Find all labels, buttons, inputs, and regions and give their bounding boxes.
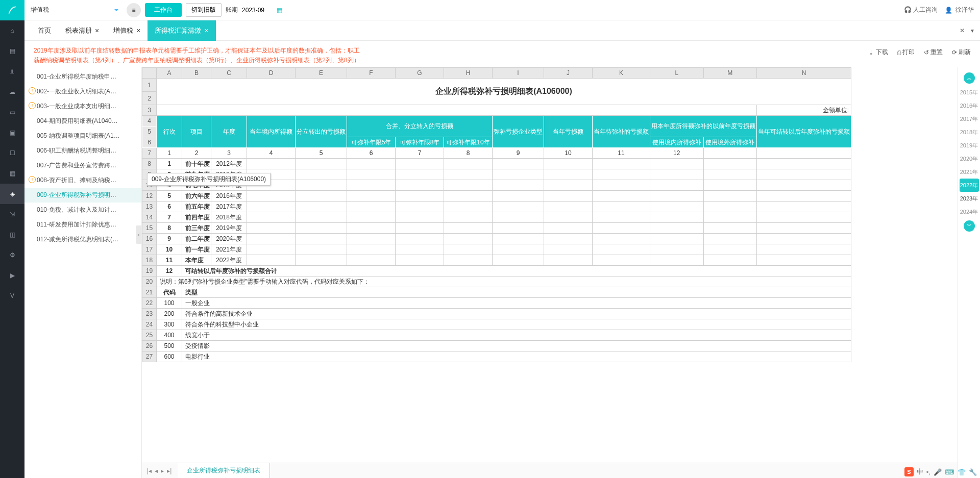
data-cell[interactable]	[493, 159, 544, 169]
data-cell[interactable]	[396, 223, 444, 234]
nav-chart-icon[interactable]: ⫫	[0, 61, 24, 82]
tabs-close-icon[interactable]: ✕	[960, 27, 965, 34]
data-cell[interactable]	[396, 191, 444, 202]
nav-home-icon[interactable]: ⌂	[0, 20, 24, 41]
data-cell[interactable]	[650, 223, 704, 234]
data-cell[interactable]	[757, 159, 851, 169]
data-cell[interactable]	[347, 159, 396, 169]
nav-grid-icon[interactable]: ▦	[0, 163, 24, 184]
data-cell[interactable]: 2020年度	[211, 234, 247, 244]
data-cell[interactable]: 2022年度	[211, 255, 247, 266]
tabs-more-icon[interactable]: ▾	[971, 27, 974, 34]
year-2020年[interactable]: 2020年	[960, 152, 979, 165]
col-header[interactable]: E	[296, 68, 347, 79]
data-cell[interactable]	[347, 202, 396, 212]
data-cell[interactable]	[247, 223, 296, 234]
reset-button[interactable]: ↺ 重置	[924, 48, 943, 57]
tab-增值税[interactable]: 增值税×	[106, 20, 148, 41]
user-menu[interactable]: 👤徐泽华	[945, 6, 974, 14]
data-cell[interactable]	[544, 212, 593, 223]
tab-首页[interactable]: 首页	[31, 20, 58, 41]
data-cell[interactable]	[703, 159, 757, 169]
ime-skin-icon[interactable]: 👕	[958, 468, 966, 476]
data-cell[interactable]	[247, 244, 296, 255]
col-header[interactable]: B	[182, 68, 211, 79]
tree-item[interactable]: 004-期间费用明细表(A1040…	[24, 114, 141, 129]
data-cell[interactable]	[544, 223, 593, 234]
data-cell[interactable]	[493, 169, 544, 180]
data-cell[interactable]	[493, 191, 544, 202]
consult-link[interactable]: 🎧 人工咨询	[904, 6, 938, 14]
col-header[interactable]: N	[757, 68, 851, 79]
data-cell[interactable]	[247, 212, 296, 223]
data-cell[interactable]	[493, 255, 544, 266]
tree-item[interactable]: 010-免税、减计收入及加计…	[24, 203, 141, 217]
tab-税表清册[interactable]: 税表清册×	[58, 20, 106, 41]
data-cell[interactable]	[544, 180, 593, 191]
data-cell[interactable]	[296, 234, 347, 244]
tree-item[interactable]: 001-企业所得税年度纳税申…	[24, 69, 141, 84]
nav-gear-icon[interactable]: ⚙	[0, 245, 24, 265]
data-cell[interactable]	[296, 202, 347, 212]
data-cell[interactable]	[444, 255, 493, 266]
nav-stamp-icon[interactable]: ☐	[0, 143, 24, 163]
data-cell[interactable]	[650, 212, 704, 223]
data-cell[interactable]	[757, 180, 851, 191]
ime-punct-icon[interactable]: •,	[926, 468, 930, 476]
data-cell[interactable]	[757, 255, 851, 266]
tree-item[interactable]: 011-研发费用加计扣除优惠…	[24, 217, 141, 232]
data-cell[interactable]	[650, 169, 704, 180]
data-cell[interactable]	[493, 212, 544, 223]
col-header[interactable]: H	[444, 68, 493, 79]
data-cell[interactable]	[296, 244, 347, 255]
data-cell[interactable]	[347, 255, 396, 266]
company-dropdown[interactable]: 增值税	[31, 3, 122, 17]
year-2023年[interactable]: 2023年	[960, 192, 979, 205]
data-cell[interactable]: 前二年度	[182, 234, 211, 244]
data-cell[interactable]	[703, 180, 757, 191]
col-header[interactable]: K	[593, 68, 650, 79]
col-header[interactable]: A	[157, 68, 182, 79]
data-cell[interactable]	[703, 191, 757, 202]
period-input[interactable]	[242, 7, 273, 14]
data-cell[interactable]: 前五年度	[182, 202, 211, 212]
download-button[interactable]: ⭳ 下载	[868, 48, 888, 57]
sheet-last-icon[interactable]: ▸|	[167, 467, 172, 474]
data-cell[interactable]	[757, 169, 851, 180]
data-cell[interactable]	[347, 234, 396, 244]
col-header[interactable]: F	[347, 68, 396, 79]
data-cell[interactable]: 可结转以后年度弥补的亏损额合计	[182, 266, 851, 276]
nav-form-icon[interactable]: ▭	[0, 102, 24, 122]
data-cell[interactable]	[757, 212, 851, 223]
data-cell[interactable]	[544, 255, 593, 266]
data-cell[interactable]	[544, 169, 593, 180]
col-header[interactable]: D	[247, 68, 296, 79]
year-2022年[interactable]: 2022年	[960, 179, 979, 192]
workspace-button[interactable]: 工作台	[145, 3, 182, 17]
data-cell[interactable]: 2019年度	[211, 223, 247, 234]
data-cell[interactable]	[493, 223, 544, 234]
data-cell[interactable]	[650, 180, 704, 191]
data-cell[interactable]: 2016年度	[211, 191, 247, 202]
data-cell[interactable]	[544, 202, 593, 212]
year-2021年[interactable]: 2021年	[960, 165, 979, 179]
data-cell[interactable]	[593, 212, 650, 223]
data-cell[interactable]	[444, 169, 493, 180]
data-cell[interactable]	[650, 234, 704, 244]
data-cell[interactable]	[593, 180, 650, 191]
data-cell[interactable]	[347, 212, 396, 223]
nav-doc-icon[interactable]: ▤	[0, 41, 24, 61]
data-cell[interactable]	[544, 159, 593, 169]
data-cell[interactable]	[396, 169, 444, 180]
tree-item[interactable]: 012-减免所得税优惠明细表(…	[24, 232, 141, 247]
data-cell[interactable]	[703, 255, 757, 266]
data-cell[interactable]	[703, 244, 757, 255]
data-cell[interactable]: 2017年度	[211, 202, 247, 212]
tab-close-icon[interactable]: ×	[95, 27, 99, 35]
col-header[interactable]: M	[703, 68, 757, 79]
data-cell[interactable]	[757, 234, 851, 244]
spreadsheet[interactable]: 009-企业所得税弥补亏损明细表(A106000) ABCDEFGHIJKLMN…	[142, 67, 958, 463]
nav-bag-icon[interactable]: ☁	[0, 82, 24, 102]
nav-play-icon[interactable]: ▶	[0, 265, 24, 286]
data-cell[interactable]	[444, 234, 493, 244]
